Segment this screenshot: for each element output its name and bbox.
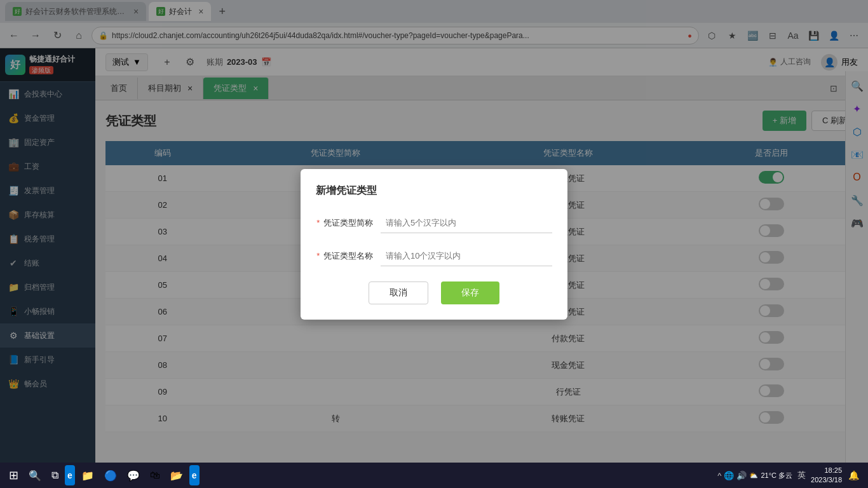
form-label-name-text: 凭证类型名称	[323, 251, 373, 261]
form-label-name: * 凭证类型名称	[316, 250, 373, 262]
weather-icon: ⛅	[749, 471, 758, 480]
taskbar: ⊞ 🔍 ⧉ e 📁 🔵 💬 🛍 📂 e ^ 🌐 🔊 ⛅ 21°C 多云 英 18…	[0, 463, 868, 488]
store-taskbar[interactable]: 🛍	[146, 465, 164, 485]
taskbar-clock: 18:25 2023/3/18	[811, 466, 842, 485]
files-taskbar[interactable]: 📂	[166, 465, 187, 485]
systray-lang[interactable]: 英	[797, 470, 806, 481]
wechat-taskbar[interactable]: 💬	[123, 465, 144, 485]
edge2-taskbar[interactable]: e	[189, 465, 200, 485]
new-voucher-dialog: 新增凭证类型 * 凭证类型简称 * 凭证类型名称 取消 保存	[301, 169, 567, 320]
taskbar-weather: ⛅ 21°C 多云	[749, 471, 792, 480]
systray-network[interactable]: 🌐	[724, 471, 734, 480]
dialog-footer: 取消 保存	[316, 281, 552, 304]
required-star-name: *	[316, 251, 320, 261]
form-row-abbr: * 凭证类型简称	[316, 213, 552, 233]
clock-date: 2023/3/18	[811, 475, 842, 485]
save-button[interactable]: 保存	[441, 281, 499, 304]
notifications-button[interactable]: 🔔	[844, 465, 863, 485]
cancel-button[interactable]: 取消	[369, 281, 428, 304]
start-button[interactable]: ⊞	[5, 465, 22, 485]
voucher-name-input[interactable]	[381, 246, 552, 266]
form-label-abbr-text: 凭证类型简称	[323, 218, 373, 227]
systray-expand[interactable]: ^	[717, 471, 721, 480]
weather-text: 21°C 多云	[761, 471, 792, 480]
dialog-overlay: 新增凭证类型 * 凭证类型简称 * 凭证类型名称 取消 保存	[0, 0, 868, 488]
form-row-name: * 凭证类型名称	[316, 246, 552, 266]
search-taskbar[interactable]: 🔍	[25, 465, 45, 485]
chrome-taskbar[interactable]: 🔵	[100, 465, 121, 485]
form-label-abbr: * 凭证类型简称	[316, 217, 373, 229]
explorer-taskbar[interactable]: 📁	[78, 465, 98, 485]
dialog-title: 新增凭证类型	[316, 184, 552, 198]
voucher-abbr-input[interactable]	[381, 213, 552, 233]
systray: ^ 🌐 🔊	[717, 471, 747, 480]
edge-taskbar[interactable]: e	[65, 465, 75, 485]
clock-time: 18:25	[811, 466, 842, 475]
systray-volume[interactable]: 🔊	[736, 471, 747, 480]
taskview-button[interactable]: ⧉	[48, 465, 62, 485]
required-star-abbr: *	[316, 218, 320, 227]
